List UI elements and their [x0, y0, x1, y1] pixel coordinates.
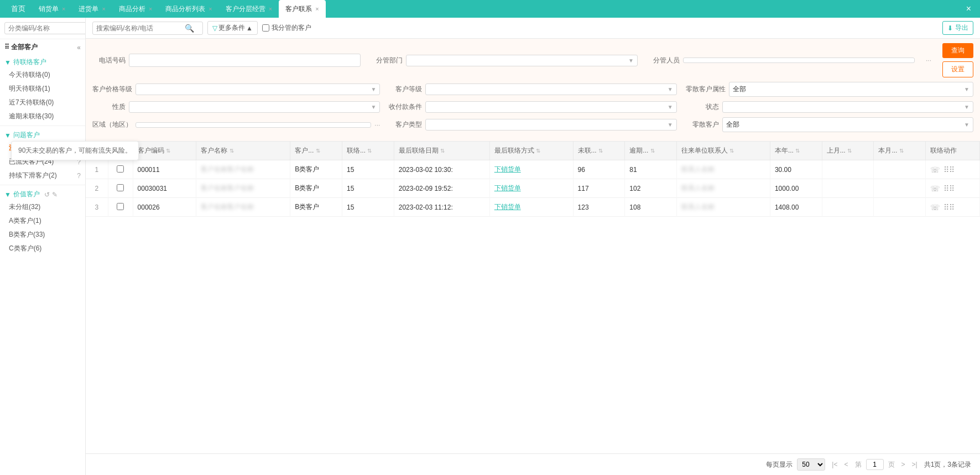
tab-product-analysis[interactable]: 商品分析 × — [112, 0, 159, 18]
close-tab-customer-stratification[interactable]: × — [269, 6, 272, 12]
overdue-sort-icon[interactable]: ⇅ — [650, 148, 655, 154]
th-last-contact-date[interactable]: 最后联络日期 ⇅ — [394, 142, 489, 160]
date-sort-icon[interactable]: ⇅ — [440, 148, 445, 154]
tab-customer-stratification[interactable]: 客户分层经营 × — [219, 0, 279, 18]
tab-customer-contact[interactable]: 客户联系 × — [279, 0, 325, 18]
collapse-icon[interactable]: « — [77, 44, 81, 51]
filter-search-icon[interactable]: 🔍 — [185, 24, 194, 33]
refresh-icon[interactable]: ↺ — [44, 191, 50, 199]
per-page-label: 每页显示 — [766, 460, 793, 469]
th-uncontacted[interactable]: 未联... ⇅ — [573, 142, 625, 160]
contact-icon-1[interactable]: ☏ — [930, 184, 940, 193]
close-tab-sales-order[interactable]: × — [62, 6, 65, 12]
code-sort-icon[interactable]: ⇅ — [166, 148, 170, 154]
more-action-icon-2[interactable]: ⠿⠿ — [943, 203, 955, 212]
close-tab-product-analysis-list[interactable]: × — [208, 6, 212, 12]
table-row: 1 000011 客户名称客户名称 B类客户 15 2023-03-02 10:… — [86, 160, 980, 179]
sidebar-section-pending[interactable]: ▼ 待联络客户 — [0, 55, 85, 68]
department-select[interactable]: ▼ — [406, 55, 638, 66]
search-input[interactable] — [96, 24, 185, 32]
region-more-icon[interactable]: ··· — [374, 121, 380, 129]
contact-icon-0[interactable]: ☏ — [930, 165, 940, 174]
price-level-label: 客户价格等级 — [92, 85, 132, 94]
page-number-input[interactable] — [866, 459, 884, 470]
sidebar-item-tomorrow-pending[interactable]: 明天待联络(1) — [0, 82, 85, 96]
assignee-select[interactable] — [683, 58, 915, 63]
contact-sort-icon[interactable]: ⇅ — [367, 148, 372, 154]
method-sort-icon[interactable]: ⇅ — [536, 148, 540, 154]
th-name[interactable]: 客户名称 ⇅ — [196, 142, 290, 160]
th-contact[interactable]: 联络... ⇅ — [342, 142, 394, 160]
row-checkbox-2[interactable] — [108, 198, 133, 217]
sidebar-section-value[interactable]: ▼ 价值客户 ↺ ✎ — [0, 187, 85, 200]
page-nav: |< < 第 页 > >| — [830, 459, 919, 471]
row-last-method-0[interactable]: 下销货单 — [489, 160, 573, 179]
prev-page-button[interactable]: < — [842, 460, 850, 469]
th-last-month[interactable]: 上月... ⇅ — [822, 142, 874, 160]
settings-button[interactable]: 设置 — [942, 61, 973, 77]
row-last-method-2[interactable]: 下销货单 — [489, 198, 573, 217]
th-type[interactable]: 客户... ⇅ — [290, 142, 342, 160]
first-page-button[interactable]: |< — [830, 460, 840, 469]
sidebar-item-a-class[interactable]: A类客户(1) — [0, 214, 85, 228]
year-sort-icon[interactable]: ⇅ — [795, 148, 800, 154]
tab-purchase-order[interactable]: 进货单 × — [72, 0, 112, 18]
sidebar-item-declining[interactable]: 持续下滑客户(2) ? — [0, 169, 85, 182]
row-checkbox-1[interactable] — [108, 179, 133, 198]
th-contact-person[interactable]: 往来单位联系人 ⇅ — [677, 142, 770, 160]
name-sort-icon[interactable]: ⇅ — [230, 148, 234, 154]
status-select[interactable]: ▼ — [722, 101, 973, 113]
sidebar-item-overdue-pending[interactable]: 逾期未联络(30) — [0, 109, 85, 123]
sidebar-all-customers[interactable]: ⠿ 全部客户 « — [0, 39, 85, 55]
th-current-month[interactable]: 本月... ⇅ — [874, 142, 926, 160]
per-page-select[interactable]: 50 100 200 — [797, 458, 825, 471]
nature-select[interactable]: ▼ — [129, 101, 380, 113]
lmonth-sort-icon[interactable]: ⇅ — [847, 148, 852, 154]
more-conditions-button[interactable]: ▽ 更多条件 ▲ — [207, 21, 258, 35]
sidebar-search-input[interactable] — [4, 22, 86, 34]
th-last-contact-method[interactable]: 最后联络方式 ⇅ — [489, 142, 573, 160]
row-checkbox-0[interactable] — [108, 160, 133, 179]
sidebar-item-c-class[interactable]: C类客户(6) — [0, 242, 85, 255]
type-sort-icon[interactable]: ⇅ — [316, 148, 320, 154]
sidebar-item-ungrouped[interactable]: 未分组(32) — [0, 200, 85, 214]
edit-icon[interactable]: ✎ — [52, 191, 58, 199]
close-tab-product-analysis[interactable]: × — [149, 6, 152, 12]
tab-sales-order[interactable]: 销货单 × — [32, 0, 72, 18]
query-button[interactable]: 查询 — [942, 43, 973, 58]
my-customers-checkbox[interactable] — [262, 24, 269, 32]
uncontact-sort-icon[interactable]: ⇅ — [598, 148, 603, 154]
sidebar-item-7days-pending[interactable]: 近7天待联络(0) — [0, 96, 85, 109]
zero-attr-select[interactable]: 全部▼ — [729, 82, 973, 97]
sidebar-item-b-class[interactable]: B类客户(33) — [0, 228, 85, 242]
customer-level-select[interactable]: ▼ — [425, 83, 676, 95]
tab-home[interactable]: 首页 — [4, 4, 32, 14]
customer-type-select[interactable]: ▼ — [425, 119, 676, 131]
th-current-year[interactable]: 本年... ⇅ — [770, 142, 822, 160]
phone-input[interactable] — [129, 54, 361, 67]
region-select[interactable] — [135, 122, 371, 128]
filter-more-icon[interactable]: ··· — [924, 54, 934, 66]
th-code[interactable]: 客户编码 ⇅ — [133, 142, 196, 160]
zero-customer-select[interactable]: 全部▼ — [722, 117, 973, 132]
next-page-button[interactable]: > — [899, 460, 908, 469]
close-tab-customer-contact[interactable]: × — [315, 6, 319, 12]
th-overdue[interactable]: 逾期... ⇅ — [625, 142, 677, 160]
close-tab-purchase-order[interactable]: × — [102, 6, 105, 12]
payment-select[interactable]: ▼ — [425, 101, 676, 113]
sidebar-section-problem[interactable]: ▼ 问题客户 — [0, 128, 85, 141]
close-all-button[interactable]: × — [962, 4, 976, 14]
more-action-icon-1[interactable]: ⠿⠿ — [943, 184, 955, 193]
export-button[interactable]: ⬇ 导出 — [942, 21, 973, 35]
table-row: 3 000026 客户名称客户名称 B类客户 15 2023-02-03 11:… — [86, 198, 980, 217]
last-page-button[interactable]: >| — [910, 460, 920, 469]
my-customers-checkbox-label[interactable]: 我分管的客户 — [262, 23, 311, 33]
price-level-select[interactable]: ▼ — [135, 83, 380, 95]
cmonth-sort-icon[interactable]: ⇅ — [899, 148, 904, 154]
tab-product-analysis-list[interactable]: 商品分析列表 × — [159, 0, 218, 18]
sidebar-item-today-pending[interactable]: 今天待联络(0) — [0, 68, 85, 82]
row-last-method-1[interactable]: 下销货单 — [489, 179, 573, 198]
person-sort-icon[interactable]: ⇅ — [729, 148, 734, 154]
contact-icon-2[interactable]: ☏ — [930, 203, 940, 212]
more-action-icon-0[interactable]: ⠿⠿ — [943, 165, 955, 174]
